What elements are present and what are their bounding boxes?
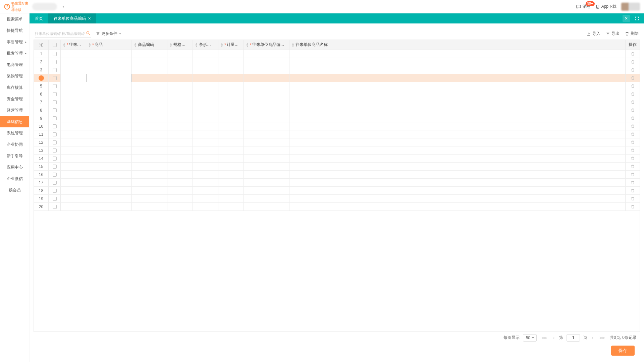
trash-icon[interactable]: [631, 68, 635, 72]
cell-code[interactable]: [132, 195, 167, 202]
table-row[interactable]: 16: [34, 171, 640, 179]
cell-product[interactable]: [86, 66, 132, 74]
table-row[interactable]: 19: [34, 195, 640, 203]
cell-partner-name[interactable]: [289, 187, 626, 194]
cell-spec[interactable]: [167, 50, 193, 58]
page-next-icon[interactable]: ›: [591, 336, 595, 340]
row-delete[interactable]: [626, 146, 640, 154]
trash-icon[interactable]: [631, 140, 635, 144]
cell-code[interactable]: [132, 82, 167, 90]
cell-product[interactable]: [86, 146, 132, 154]
cell-partner-code[interactable]: [244, 90, 289, 98]
cell-partner-code[interactable]: [244, 130, 289, 138]
row-delete[interactable]: [626, 114, 640, 122]
cell-code[interactable]: [132, 155, 167, 162]
cell-product[interactable]: [86, 82, 132, 90]
trash-icon[interactable]: [631, 76, 635, 80]
user-avatar[interactable]: [621, 3, 640, 11]
cell-barcode[interactable]: [193, 82, 218, 90]
cell-code[interactable]: [132, 58, 167, 66]
cell-barcode[interactable]: [193, 114, 218, 122]
cell-partner[interactable]: [61, 114, 86, 122]
sidebar-item-10[interactable]: 系统管理: [0, 127, 29, 139]
table-row[interactable]: 15: [34, 163, 640, 171]
cell-code[interactable]: [132, 50, 167, 58]
table-row[interactable]: +: [34, 74, 640, 82]
cell-code[interactable]: [132, 138, 167, 146]
trash-icon[interactable]: [631, 172, 635, 177]
page-first-icon[interactable]: ⋘: [540, 336, 548, 340]
column-product[interactable]: ▲▼*商品: [86, 40, 132, 50]
trash-icon[interactable]: [631, 196, 635, 201]
search-icon[interactable]: [86, 31, 91, 36]
table-row[interactable]: 17: [34, 179, 640, 187]
trash-icon[interactable]: [631, 204, 635, 209]
row-delete[interactable]: [626, 58, 640, 66]
cell-partner-name[interactable]: [289, 138, 626, 146]
cell-partner[interactable]: [61, 130, 86, 138]
row-checkbox[interactable]: [49, 203, 61, 210]
cell-partner-name[interactable]: [289, 98, 626, 106]
cell-partner-code[interactable]: [244, 114, 289, 122]
cell-barcode[interactable]: [193, 138, 218, 146]
column-partner-code[interactable]: ▲▼*往来单位商品编…: [244, 40, 289, 50]
messages-button[interactable]: 消息 99+: [576, 4, 591, 9]
trash-icon[interactable]: [631, 180, 635, 185]
cell-unit[interactable]: [218, 187, 244, 194]
row-checkbox[interactable]: [49, 146, 61, 154]
cell-partner-name[interactable]: [289, 66, 626, 74]
cell-partner[interactable]: [61, 171, 86, 178]
row-checkbox[interactable]: [49, 82, 61, 90]
cell-barcode[interactable]: [193, 130, 218, 138]
cell-partner-name[interactable]: [289, 50, 626, 58]
cell-partner-name[interactable]: [289, 146, 626, 154]
cell-product[interactable]: [86, 106, 132, 114]
table-row[interactable]: 14: [34, 155, 640, 163]
cell-code[interactable]: [132, 203, 167, 210]
cell-barcode[interactable]: [193, 58, 218, 66]
close-icon[interactable]: ✕: [88, 16, 91, 21]
cell-partner-code[interactable]: [244, 171, 289, 178]
row-checkbox[interactable]: [49, 122, 61, 130]
cell-product[interactable]: [86, 138, 132, 146]
cell-partner-code[interactable]: [244, 203, 289, 210]
column-select-all[interactable]: [49, 40, 61, 50]
cell-spec[interactable]: [167, 203, 193, 210]
cell-barcode[interactable]: [193, 50, 218, 58]
cell-unit[interactable]: [218, 195, 244, 202]
page-last-icon[interactable]: ⋙: [598, 336, 606, 340]
sidebar-item-14[interactable]: 企业微信: [0, 173, 29, 184]
page-input[interactable]: [567, 334, 580, 342]
sidebar-item-7[interactable]: 资金管理: [0, 93, 29, 105]
cell-partner[interactable]: [61, 138, 86, 146]
cell-partner[interactable]: [61, 163, 86, 170]
cell-barcode[interactable]: [193, 122, 218, 130]
cell-product[interactable]: [86, 171, 132, 178]
row-checkbox[interactable]: [49, 179, 61, 186]
cell-code[interactable]: [132, 146, 167, 154]
trash-icon[interactable]: [631, 124, 635, 128]
cell-partner[interactable]: [61, 203, 86, 210]
cell-unit[interactable]: [218, 114, 244, 122]
table-row[interactable]: 20: [34, 203, 640, 211]
cell-barcode[interactable]: [193, 195, 218, 202]
trash-icon[interactable]: [631, 188, 635, 193]
cell-partner-code[interactable]: [244, 74, 289, 82]
cell-product[interactable]: [86, 163, 132, 170]
cell-partner-code[interactable]: [244, 179, 289, 186]
row-checkbox[interactable]: [49, 58, 61, 66]
cell-product[interactable]: [86, 122, 132, 130]
row-checkbox[interactable]: [49, 74, 61, 82]
cell-product[interactable]: [86, 187, 132, 194]
cell-code[interactable]: [132, 130, 167, 138]
more-conditions-button[interactable]: 更多条件 ▼: [96, 31, 121, 37]
trash-icon[interactable]: [631, 100, 635, 104]
cell-partner[interactable]: [61, 90, 86, 98]
cell-partner-name[interactable]: [289, 155, 626, 162]
cell-unit[interactable]: [218, 82, 244, 90]
cell-unit[interactable]: [218, 203, 244, 210]
table-row[interactable]: 7: [34, 98, 640, 106]
cell-unit[interactable]: [218, 106, 244, 114]
trash-icon[interactable]: [631, 52, 635, 56]
cell-barcode[interactable]: [193, 66, 218, 74]
